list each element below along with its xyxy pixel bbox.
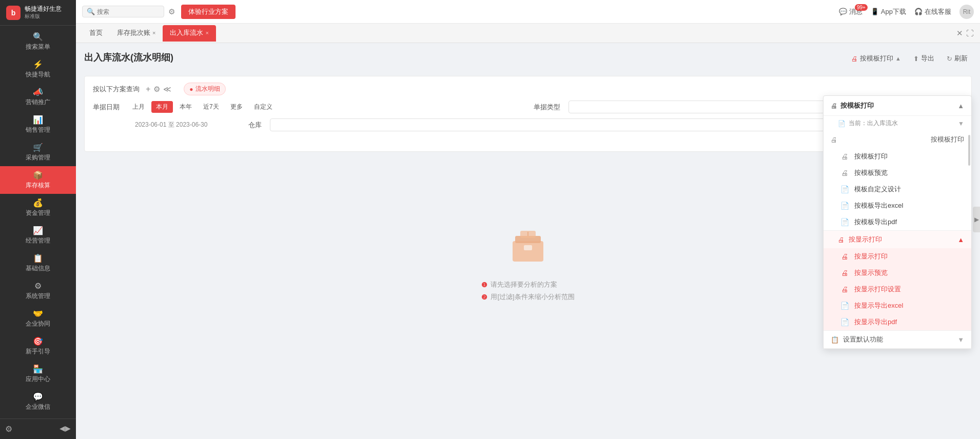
guide-icon: 🎯: [33, 336, 43, 346]
date-shortcut-更多[interactable]: 更多: [226, 101, 247, 113]
sidebar-label: 企业协同: [26, 320, 50, 328]
default-section-header[interactable]: 📋 设置默认功能 ▼: [824, 331, 971, 348]
marketing-icon: 📣: [33, 87, 43, 97]
sidebar-item-finance[interactable]: 💰资金管理: [0, 194, 76, 222]
date-shortcut-近7天[interactable]: 近7天: [199, 101, 224, 113]
default-icon: 📋: [831, 336, 839, 344]
dropdown-item-template-print[interactable]: 🖨按模板打印: [824, 148, 971, 165]
settings-gear-icon[interactable]: ⚙: [168, 7, 175, 16]
sidebar-label: 库存核算: [26, 181, 50, 190]
sidebar-menu: 🔍搜索菜单⚡快捷导航📣营销推广📊销售管理🛒采购管理📦库存核算💰资金管理📈经营管理…: [0, 26, 76, 418]
sidebar-item-search[interactable]: 🔍搜索菜单: [0, 28, 76, 55]
dropdown-title: 按模板打印: [840, 101, 874, 110]
sidebar-item-system[interactable]: ⚙系统管理: [0, 277, 76, 305]
tab-maximize-button[interactable]: ⛶: [966, 29, 974, 38]
display-export-excel-icon: 📄: [840, 302, 849, 310]
logo-icon: b: [6, 6, 21, 20]
dropdown-item-template-export-excel[interactable]: 📄按模板导出excel: [824, 197, 971, 214]
tabs-bar: 首页库存批次账×出入库流水× ✕ ⛶: [76, 24, 980, 43]
filter-tag-item[interactable]: ● 流水明细: [184, 83, 225, 95]
refresh-button[interactable]: ↻ 刷新: [943, 52, 972, 65]
date-shortcut-自定义[interactable]: 自定义: [249, 101, 277, 113]
sidebar-item-app-center[interactable]: 🏪应用中心: [0, 360, 76, 388]
tab-home[interactable]: 首页: [82, 25, 110, 42]
user-profile[interactable]: Rit: [959, 5, 974, 19]
sidebar-label: 应用中心: [26, 375, 50, 384]
page-content: 出入库流水(流水明细) 🖨 按模板打印 ▲ ⬆ 导出 ↻ 刷新: [76, 43, 980, 439]
sidebar-item-operation[interactable]: 📈经营管理: [0, 222, 76, 249]
message-button[interactable]: 💬 消息 99+: [839, 7, 863, 16]
tab-close-all-button[interactable]: ✕: [956, 29, 963, 38]
export-icon: ⬆: [913, 55, 919, 63]
tab-batch-account[interactable]: 库存批次账×: [110, 25, 163, 42]
item-label: 按模板打印: [854, 152, 888, 161]
topbar-search-box[interactable]: 🔍: [82, 6, 164, 17]
filter-label: 按以下方案查询: [93, 85, 140, 94]
sidebar-label: 营销推广: [26, 98, 50, 107]
date-shortcut-上月[interactable]: 上月: [128, 101, 149, 113]
item-label: 按显示打印设置: [854, 285, 901, 294]
sidebar-item-quick-nav[interactable]: ⚡快捷导航: [0, 55, 76, 83]
display-section-chevron: ▲: [957, 236, 964, 244]
template-export-excel-icon: 📄: [840, 202, 849, 210]
item-label: 按显示导出pdf: [854, 317, 897, 327]
item-label: 模板自定义设计: [854, 185, 901, 194]
current-chevron[interactable]: ▼: [958, 120, 964, 127]
dropdown-chevron-up[interactable]: ▲: [957, 102, 964, 110]
sidebar-label: 快捷导航: [26, 70, 50, 79]
date-shortcut-本月[interactable]: 本月: [151, 101, 173, 113]
dropdown-item-template-export-pdf[interactable]: 📄按模板导出pdf: [824, 214, 971, 230]
dropdown-item-display-preview[interactable]: 🖨按显示预览: [824, 265, 971, 281]
filter-row-1: 按以下方案查询 + ⚙ ≪ ● 流水明细: [93, 83, 963, 95]
dropdown-item-display-export-excel[interactable]: 📄按显示导出excel: [824, 297, 971, 314]
tab-close-icon[interactable]: ×: [152, 30, 155, 36]
display-section-header[interactable]: 🖨 按显示打印 ▲: [824, 231, 971, 248]
sidebar-item-guide[interactable]: 🎯新手引导: [0, 332, 76, 360]
date-shortcut-本年[interactable]: 本年: [175, 101, 197, 113]
operation-icon: 📈: [33, 226, 43, 235]
user-name: Rit: [963, 8, 971, 15]
sidebar-item-sales[interactable]: 📊销售管理: [0, 111, 76, 138]
dropdown-item-template-preview[interactable]: 🖨按模板预览: [824, 165, 971, 181]
template-print-button[interactable]: 🖨 按模板打印 ▲: [847, 52, 905, 65]
app-name: 畅捷通好生意: [25, 5, 62, 13]
sidebar-item-purchase[interactable]: 🛒采购管理: [0, 138, 76, 166]
message-badge: 99+: [855, 4, 868, 11]
filter-collapse-button[interactable]: ≪: [163, 85, 171, 94]
settings-icon[interactable]: ⚙: [5, 424, 12, 434]
warehouse-label: 仓库: [248, 121, 262, 130]
refresh-icon: ↻: [947, 55, 952, 63]
dropdown-item-display-print-settings[interactable]: 🖨按显示打印设置: [824, 281, 971, 297]
sidebar-label: 系统管理: [26, 292, 50, 301]
scrollbar-thumb[interactable]: [968, 135, 970, 166]
template-section-header[interactable]: 🖨 按模板打印: [824, 131, 971, 148]
filter-setting-button[interactable]: ⚙: [153, 85, 160, 94]
dropdown-header: 🖨 按模板打印 ▲: [824, 96, 971, 116]
template-export-pdf-icon: 📄: [840, 218, 849, 226]
export-button[interactable]: ⬆ 导出: [909, 52, 938, 65]
search-input[interactable]: [97, 8, 160, 15]
dropdown-item-display-print[interactable]: 🖨按显示打印: [824, 248, 971, 265]
online-service-button[interactable]: 🎧 在线客服: [914, 7, 951, 16]
collapse-icon[interactable]: ◀▶: [60, 424, 71, 434]
sidebar-item-enterprise[interactable]: 🤝企业协同: [0, 305, 76, 332]
sidebar-label: 搜索菜单: [26, 43, 50, 51]
tab-flow[interactable]: 出入库流水×: [163, 25, 215, 42]
quick-nav-icon: ⚡: [33, 59, 43, 69]
page-title: 出入库流水(流水明细): [84, 51, 173, 64]
filter-add-button[interactable]: +: [146, 85, 150, 94]
sidebar-item-inventory[interactable]: 📦库存核算: [0, 166, 76, 194]
message-icon: 💬: [839, 8, 847, 15]
tab-close-icon[interactable]: ×: [205, 30, 208, 36]
trial-button[interactable]: 体验行业方案: [181, 5, 236, 19]
sidebar-item-member[interactable]: ⭐畅会员: [0, 415, 76, 418]
sidebar-item-marketing[interactable]: 📣营销推广: [0, 83, 76, 111]
dropdown-item-template-custom[interactable]: 📄模板自定义设计: [824, 181, 971, 197]
dropdown-item-display-export-pdf[interactable]: 📄按显示导出pdf: [824, 314, 971, 330]
sidebar-item-basic-info[interactable]: 📋基础信息: [0, 249, 76, 277]
app-download-button[interactable]: 📱 App下载: [871, 7, 906, 16]
search-icon: 🔍: [33, 32, 43, 42]
right-edge-toggle[interactable]: ▶: [973, 207, 980, 232]
item-label: 按显示预览: [854, 268, 888, 277]
sidebar-item-enterprise-wechat[interactable]: 💬企业微信: [0, 388, 76, 415]
